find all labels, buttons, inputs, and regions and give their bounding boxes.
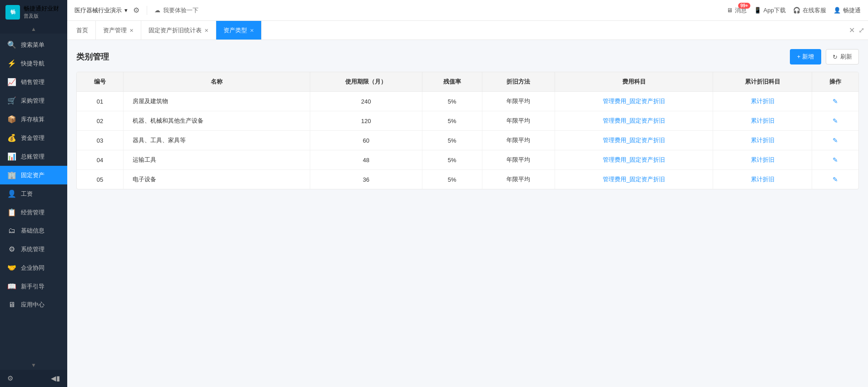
settings-icon[interactable]: ⚙ — [133, 6, 139, 15]
table-body: 01 房屋及建筑物 240 5% 年限平均 管理费用_固定资产折旧 累计折旧 ✎… — [77, 92, 858, 189]
maximize-tab-btn[interactable]: ⤢ — [858, 26, 864, 35]
notification-btn[interactable]: 🖥 消息 99 — [727, 6, 747, 15]
sidebar-item-工资[interactable]: 👤工资 — [0, 184, 67, 203]
cell-period: 48 — [310, 150, 422, 170]
user-menu[interactable]: 👤 畅捷通 — [833, 6, 861, 15]
cell-expense: 管理费用_固定资产折旧 — [555, 150, 713, 170]
sidebar-item-label: 销售管理 — [21, 78, 45, 86]
sidebar-icon: 🏢 — [7, 171, 16, 179]
table-row: 01 房屋及建筑物 240 5% 年限平均 管理费用_固定资产折旧 累计折旧 ✎ — [77, 92, 858, 111]
edit-btn[interactable]: ✎ — [833, 98, 838, 105]
sidebar-item-总账管理[interactable]: 📊总账管理 — [0, 147, 67, 166]
cell-method: 年限平均 — [482, 92, 555, 111]
cell-method: 年限平均 — [482, 170, 555, 189]
cell-action: ✎ — [812, 131, 858, 150]
sidebar-icon: 🛒 — [7, 96, 16, 105]
sidebar-item-销售管理[interactable]: 📈销售管理 — [0, 73, 67, 91]
cell-id: 05 — [77, 170, 123, 189]
edit-btn[interactable]: ✎ — [833, 176, 838, 183]
cell-id: 02 — [77, 111, 123, 131]
sidebar-item-label: 系统管理 — [21, 245, 45, 253]
tabs-actions: ✕ ⤢ — [849, 26, 868, 35]
page-header: 类别管理 + 新增 ↻ 刷新 — [76, 49, 859, 64]
tab-label: 资产管理 — [103, 26, 127, 35]
app-download-label: App下载 — [764, 6, 786, 15]
sidebar-item-label: 快捷导航 — [21, 60, 45, 68]
category-table: 编号名称使用期限（月）残值率折旧方法费用科目累计折旧科目操作 01 房屋及建筑物… — [77, 72, 858, 189]
settings-icon[interactable]: ⚙ — [7, 374, 13, 382]
col-header-编号: 编号 — [77, 72, 123, 92]
sidebar-item-label: 采购管理 — [21, 97, 45, 105]
cell-period: 240 — [310, 92, 422, 111]
tab-1[interactable]: 资产管理✕ — [96, 21, 141, 40]
table-row: 04 运输工具 48 5% 年限平均 管理费用_固定资产折旧 累计折旧 ✎ — [77, 150, 858, 170]
sidebar-item-经营管理[interactable]: 📋经营管理 — [0, 203, 67, 222]
sidebar-icon: ⚙ — [7, 245, 16, 253]
cell-residual: 5% — [422, 150, 482, 170]
sidebar-item-企业协同[interactable]: 🤝企业协同 — [0, 258, 67, 277]
refresh-icon: ↻ — [833, 54, 838, 60]
app-logo: 畅 畅捷通好业财 普及版 — [0, 0, 67, 24]
sidebar-item-label: 固定资产 — [21, 171, 45, 179]
main-content: 医疗器械行业演示 ▾ ⚙ ☁ 我要体验一下 🖥 消息 99 📱 App下载 🎧 … — [67, 0, 868, 387]
logo-text: 畅捷通好业财 普及版 — [24, 5, 59, 20]
sidebar-nav: 🔍搜索菜单⚡快捷导航📈销售管理🛒采购管理📦库存核算💰资金管理📊总账管理🏢固定资产… — [0, 34, 67, 360]
user-avatar-icon: 👤 — [833, 7, 841, 14]
table-row: 03 器具、工具、家具等 60 5% 年限平均 管理费用_固定资产折旧 累计折旧… — [77, 131, 858, 150]
trial-btn[interactable]: ☁ 我要体验一下 — [154, 6, 198, 15]
logo-sub: 普及版 — [24, 13, 59, 20]
sidebar-footer: ⚙ ◀▮ — [0, 370, 67, 387]
cell-id: 04 — [77, 150, 123, 170]
workspace-label: 医疗器械行业演示 — [74, 6, 122, 15]
cell-action: ✎ — [812, 150, 858, 170]
tab-0[interactable]: 首页 — [67, 21, 96, 40]
collapse-icon[interactable]: ◀▮ — [51, 374, 60, 382]
col-header-使用期限（月）: 使用期限（月） — [310, 72, 422, 92]
tab-2[interactable]: 固定资产折旧统计表✕ — [141, 21, 216, 40]
table-row: 02 机器、机械和其他生产设备 120 5% 年限平均 管理费用_固定资产折旧 … — [77, 111, 858, 131]
tab-close-btn[interactable]: ✕ — [204, 28, 208, 34]
sidebar-item-固定资产[interactable]: 🏢固定资产 — [0, 166, 67, 184]
tab-close-btn[interactable]: ✕ — [250, 28, 254, 34]
user-label: 畅捷通 — [843, 6, 861, 15]
workspace-dropdown-icon: ▾ — [124, 7, 128, 14]
cell-action: ✎ — [812, 92, 858, 111]
sidebar-item-快捷导航[interactable]: ⚡快捷导航 — [0, 54, 67, 73]
cell-name: 运输工具 — [123, 150, 310, 170]
cell-residual: 5% — [422, 170, 482, 189]
cell-action: ✎ — [812, 170, 858, 189]
close-tab-btn[interactable]: ✕ — [849, 26, 855, 35]
sidebar-item-库存核算[interactable]: 📦库存核算 — [0, 110, 67, 129]
customer-service-btn[interactable]: 🎧 在线客服 — [793, 6, 826, 15]
new-btn[interactable]: + 新增 — [790, 49, 821, 64]
trial-label: 我要体验一下 — [163, 6, 198, 15]
sidebar-item-应用中心[interactable]: 🖥应用中心 — [0, 296, 67, 314]
cell-accum: 累计折旧 — [713, 111, 812, 131]
cell-accum: 累计折旧 — [713, 150, 812, 170]
sidebar-item-基础信息[interactable]: 🗂基础信息 — [0, 222, 67, 240]
sidebar-item-新手引导[interactable]: 📖新手引导 — [0, 277, 67, 296]
cell-period: 120 — [310, 111, 422, 131]
tabs-container: 首页资产管理✕固定资产折旧统计表✕资产类型✕ — [67, 21, 849, 40]
workspace-selector[interactable]: 医疗器械行业演示 ▾ — [74, 6, 128, 15]
edit-btn[interactable]: ✎ — [833, 156, 838, 164]
tab-close-btn[interactable]: ✕ — [129, 28, 134, 34]
sidebar-item-搜索菜单[interactable]: 🔍搜索菜单 — [0, 35, 67, 54]
refresh-btn[interactable]: ↻ 刷新 — [826, 49, 859, 64]
sidebar-item-系统管理[interactable]: ⚙系统管理 — [0, 240, 67, 258]
edit-btn[interactable]: ✎ — [833, 117, 838, 124]
sidebar-icon: 📈 — [7, 78, 16, 86]
sidebar-item-label: 企业协同 — [21, 264, 45, 272]
cell-method: 年限平均 — [482, 131, 555, 150]
tab-3[interactable]: 资产类型✕ — [216, 21, 262, 40]
table-header: 编号名称使用期限（月）残值率折旧方法费用科目累计折旧科目操作 — [77, 72, 858, 92]
sidebar-item-label: 库存核算 — [21, 115, 45, 124]
col-header-费用科目: 费用科目 — [555, 72, 713, 92]
col-header-操作: 操作 — [812, 72, 858, 92]
edit-btn[interactable]: ✎ — [833, 137, 838, 144]
sidebar-item-label: 资金管理 — [21, 134, 45, 142]
sidebar-item-资金管理[interactable]: 💰资金管理 — [0, 129, 67, 147]
cell-expense: 管理费用_固定资产折旧 — [555, 131, 713, 150]
app-download-btn[interactable]: 📱 App下载 — [754, 6, 786, 15]
sidebar-item-采购管理[interactable]: 🛒采购管理 — [0, 91, 67, 110]
